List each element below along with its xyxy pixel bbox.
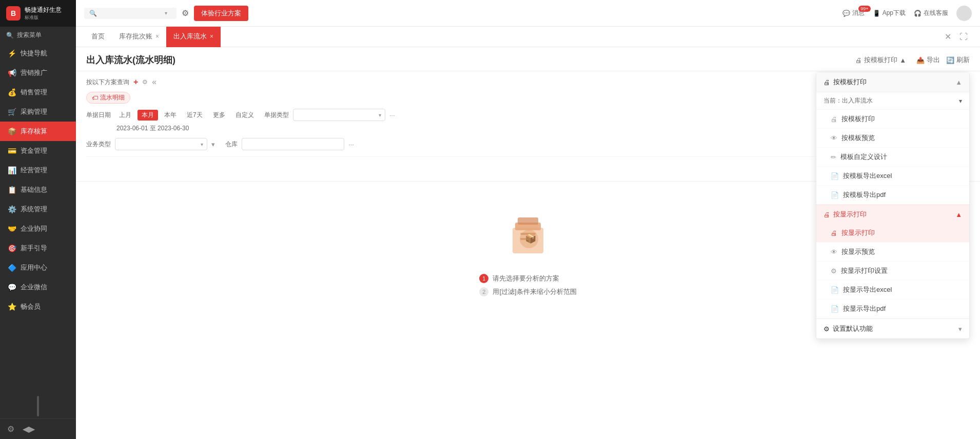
display-section-chevron-up-icon: ▲ bbox=[955, 211, 962, 218]
print-dropdown-panel: 🖨 按模板打印 ▲ 当前：出入库流水 ▾ bbox=[816, 72, 970, 339]
enterprise-icon: 🤝 bbox=[7, 225, 16, 233]
display-preview-label: 按显示预览 bbox=[841, 247, 875, 256]
logo-icon: B bbox=[6, 6, 21, 21]
logo-app-name: 畅捷通好生意 bbox=[25, 6, 62, 14]
date-option-custom[interactable]: 自定义 bbox=[231, 110, 258, 121]
date-option-last-month[interactable]: 上月 bbox=[115, 110, 135, 121]
sidebar-item-marketing[interactable]: 📢 营销推广 bbox=[0, 63, 76, 83]
template-custom-label: 模板自定义设计 bbox=[840, 152, 887, 162]
industry-button[interactable]: 体验行业方案 bbox=[194, 6, 248, 21]
sidebar-item-label: 企业微信 bbox=[21, 283, 47, 292]
quick-nav-icon: ⚡ bbox=[7, 49, 16, 57]
date-options: 上月 本月 本年 近7天 更多 自定义 bbox=[115, 110, 258, 121]
sidebar-item-quick-nav[interactable]: ⚡ 快捷导航 bbox=[0, 44, 76, 63]
empty-step-2: 2 用[过滤]条件来缩小分析范围 bbox=[479, 287, 576, 296]
filter-row-doc-type: 单据类型 ··· bbox=[264, 109, 395, 121]
sidebar-item-enterprise[interactable]: 🤝 企业协同 bbox=[0, 219, 76, 238]
tab-flow-detail[interactable]: 出入库流水 × bbox=[166, 27, 221, 47]
dropdown-item-display-preview[interactable]: 👁 按显示预览 bbox=[816, 243, 969, 262]
purchase-icon: 🛒 bbox=[7, 108, 16, 116]
sidebar-item-system[interactable]: ⚙️ 系统管理 bbox=[0, 199, 76, 219]
filter-tag[interactable]: 🏷 流水明细 bbox=[86, 92, 130, 104]
sidebar-item-wecom[interactable]: 💬 企业微信 bbox=[0, 277, 76, 297]
dropdown-footer-expand-icon[interactable]: ▾ bbox=[958, 325, 962, 333]
tab-flow-detail-close[interactable]: × bbox=[210, 33, 213, 40]
phone-icon: 📱 bbox=[873, 10, 880, 17]
biz-type-chevron-icon[interactable]: ▾ bbox=[211, 141, 215, 148]
dropdown-item-template-pdf[interactable]: 📄 按模板导出pdf bbox=[816, 186, 969, 205]
topbar-gear-icon[interactable]: ⚙ bbox=[182, 8, 189, 18]
printer-icon: 🖨 bbox=[855, 56, 862, 64]
print-button[interactable]: 🖨 按模板打印 ▲ bbox=[851, 53, 910, 67]
sidebar-item-basic-info[interactable]: 📋 基础信息 bbox=[0, 180, 76, 199]
doc-type-select[interactable] bbox=[293, 109, 385, 121]
dropdown-sub-chevron-icon[interactable]: ▾ bbox=[959, 97, 962, 105]
template-section: 🖨 按模板打印 👁 按模板预览 ✏ 模板自定义设计 bbox=[816, 110, 969, 205]
dropdown-item-display-settings[interactable]: ⚙ 按显示打印设置 bbox=[816, 262, 969, 281]
dropdown-title: 🖨 按模板打印 bbox=[824, 77, 867, 87]
headset-icon: 🎧 bbox=[914, 10, 922, 17]
tab-home[interactable]: 首页 bbox=[84, 27, 112, 47]
date-option-this-month[interactable]: 本月 bbox=[138, 110, 158, 121]
message-icon: 💬 bbox=[842, 10, 850, 17]
topbar-search-input[interactable] bbox=[100, 10, 162, 17]
sidebar-item-app-center[interactable]: 🔷 应用中心 bbox=[0, 258, 76, 277]
collapse-sidebar-icon[interactable]: ◀▶ bbox=[23, 424, 35, 434]
app-download-button[interactable]: 📱 App下载 bbox=[873, 9, 906, 17]
sidebar-search[interactable]: 🔍 搜索菜单 bbox=[0, 27, 76, 44]
tab-batch-account[interactable]: 库存批次账 × bbox=[112, 27, 166, 47]
sidebar-item-purchase[interactable]: 🛒 采购管理 bbox=[0, 102, 76, 122]
dropdown-item-display-print[interactable]: 🖨 按显示打印 bbox=[816, 224, 969, 243]
date-option-more[interactable]: 更多 bbox=[209, 110, 229, 121]
display-print-icon: 🖨 bbox=[831, 229, 837, 237]
date-option-7days[interactable]: 近7天 bbox=[183, 110, 207, 121]
warehouse-more-icon[interactable]: ··· bbox=[348, 141, 354, 148]
finance-icon: 💳 bbox=[7, 147, 16, 155]
biz-type-label: 业务类型 bbox=[86, 140, 111, 149]
export-button[interactable]: 📤 导出 bbox=[916, 55, 940, 65]
print-chevron-up-icon: ▲ bbox=[899, 56, 906, 64]
biz-type-select-wrapper bbox=[115, 138, 207, 150]
sidebar-item-guide[interactable]: 🎯 新手引导 bbox=[0, 238, 76, 258]
date-option-this-year[interactable]: 本年 bbox=[160, 110, 181, 121]
settings-icon[interactable]: ⚙ bbox=[7, 424, 14, 434]
dropdown-item-template-excel[interactable]: 📄 按模板导出excel bbox=[816, 167, 969, 186]
dropdown-item-display-excel[interactable]: 📄 按显示导出excel bbox=[816, 281, 969, 300]
dropdown-item-template-custom[interactable]: ✏ 模板自定义设计 bbox=[816, 148, 969, 167]
sidebar-item-inventory[interactable]: 📦 库存核算 bbox=[0, 122, 76, 141]
online-service-label: 在线客服 bbox=[924, 9, 948, 17]
tab-expand-icon[interactable]: ⛶ bbox=[955, 32, 972, 42]
display-section-header[interactable]: 🖨 按显示打印 ▲ bbox=[816, 205, 969, 224]
dropdown-item-template-print[interactable]: 🖨 按模板打印 bbox=[816, 110, 969, 129]
refresh-button[interactable]: 🔄 刷新 bbox=[946, 55, 970, 65]
dropdown-item-display-pdf[interactable]: 📄 按显示导出pdf bbox=[816, 300, 969, 318]
sidebar-item-finance[interactable]: 💳 资金管理 bbox=[0, 141, 76, 161]
dropdown-item-template-preview[interactable]: 👁 按模板预览 bbox=[816, 129, 969, 148]
user-avatar[interactable] bbox=[956, 6, 972, 21]
filter-collapse-icon[interactable]: « bbox=[152, 77, 156, 87]
template-pdf-label: 按模板导出pdf bbox=[843, 190, 886, 199]
messages-button[interactable]: 💬 消息 99+ bbox=[842, 9, 865, 17]
search-chevron-icon: ▾ bbox=[165, 10, 167, 16]
template-preview-icon: 👁 bbox=[831, 134, 837, 142]
dropdown-collapse-icon[interactable]: ▲ bbox=[955, 78, 962, 86]
tab-batch-account-close[interactable]: × bbox=[155, 33, 159, 40]
filter-tag-icon: 🏷 bbox=[92, 94, 98, 102]
sidebar-item-operations[interactable]: 📊 经营管理 bbox=[0, 161, 76, 180]
sidebar-item-member[interactable]: ⭐ 畅会员 bbox=[0, 297, 76, 316]
sidebar-item-label: 企业协同 bbox=[21, 224, 47, 233]
display-excel-label: 按显示导出excel bbox=[843, 285, 892, 294]
sidebar-item-sales[interactable]: 💰 销售管理 bbox=[0, 83, 76, 102]
doc-type-more-icon[interactable]: ··· bbox=[389, 111, 395, 119]
template-print-icon: 🖨 bbox=[831, 115, 837, 123]
online-service-button[interactable]: 🎧 在线客服 bbox=[914, 9, 948, 17]
app-logo: B 畅捷通好生意 标准版 bbox=[0, 0, 76, 27]
template-pdf-icon: 📄 bbox=[831, 191, 839, 199]
filter-settings-icon[interactable]: ⚙ bbox=[142, 78, 148, 86]
sidebar-item-label: 系统管理 bbox=[21, 205, 47, 214]
filter-add-button[interactable]: + bbox=[133, 77, 138, 87]
dropdown-header: 🖨 按模板打印 ▲ bbox=[816, 72, 969, 92]
biz-type-select[interactable] bbox=[115, 138, 207, 150]
tab-window-close-icon[interactable]: ✕ bbox=[940, 32, 955, 42]
warehouse-input[interactable] bbox=[242, 138, 344, 150]
